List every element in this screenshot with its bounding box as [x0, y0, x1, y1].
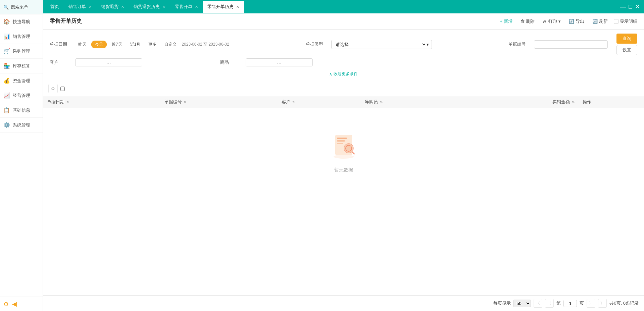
sort-no-icon[interactable]: ⇅ [184, 100, 186, 104]
maximize-button[interactable]: □ [629, 3, 632, 10]
sidebar-item-label: 资金管理 [13, 78, 30, 84]
tab-sales-return-label: 销货退货 [101, 4, 118, 10]
tab-home-label: 首页 [50, 4, 59, 10]
tab-sales-return-history-close[interactable]: ✕ [162, 5, 165, 9]
date-btn-today[interactable]: 今天 [91, 41, 107, 48]
select-all-checkbox[interactable] [60, 87, 65, 91]
minimize-button[interactable]: — [620, 3, 626, 10]
date-btn-custom[interactable]: 自定义 [161, 41, 180, 48]
refresh-icon: 🔄 [592, 19, 598, 24]
date-btn-more[interactable]: 更多 [145, 41, 159, 48]
filter-row-1: 单据日期 昨天 今天 近7天 近1月 更多 自定义 2023-06-02 至 2… [50, 34, 637, 55]
table-section: ⚙ 单据日期 ⇅ 单据编号 ⇅ 客户 [43, 81, 644, 311]
page-title: 零售开单历史 [50, 18, 82, 25]
col-salesperson: 导购员 ⇅ [361, 96, 461, 108]
page-number-input[interactable] [563, 300, 577, 307]
tab-sales-return-close[interactable]: ✕ [121, 5, 124, 9]
close-button[interactable]: ✕ [635, 3, 640, 10]
tab-retail-open-history-close[interactable]: ✕ [236, 5, 239, 9]
sidebar-search[interactable]: 🔍 搜索采单 [0, 0, 43, 14]
refresh-label: 刷新 [599, 18, 608, 24]
display-col-checkbox[interactable] [614, 19, 618, 24]
settings-button[interactable]: 设置 [616, 45, 637, 55]
tab-sales-order-close[interactable]: ✕ [89, 5, 92, 9]
sidebar: 🔍 搜索采单 🏠 快捷导航 📊 销售管理 🛒 采购管理 🏪 库存核算 💰 资金管… [0, 0, 43, 311]
page-label: 第 [556, 300, 561, 306]
collapse-more[interactable]: ∧ 收起更多条件 [50, 70, 637, 77]
settings-gear-icon[interactable]: ⚙ [3, 300, 9, 308]
display-col-label: 显示明细 [620, 18, 637, 24]
sidebar-item-operations[interactable]: 📈 经营管理 [0, 88, 43, 103]
tab-sales-return-history[interactable]: 销货退货历史 ✕ [129, 1, 170, 13]
sort-date-icon[interactable]: ⇅ [66, 100, 69, 104]
sidebar-item-sys-mgmt[interactable]: ⚙️ 系统管理 [0, 118, 43, 133]
tab-sales-order[interactable]: 销售订单 ✕ [64, 1, 96, 13]
last-page-btn[interactable]: 》 [598, 299, 607, 308]
sidebar-item-purchase-mgmt[interactable]: 🛒 采购管理 [0, 44, 43, 59]
tab-sales-return[interactable]: 销货退货 ✕ [96, 1, 129, 13]
sidebar-item-label: 系统管理 [13, 122, 30, 128]
svg-rect-2 [337, 138, 347, 139]
toolbar: + 新增 🗑 删除 🖨 打印 ▾ 🔃 导出 🔄 刷新 显示明细 [498, 17, 637, 26]
sidebar-item-finance[interactable]: 💰 资金管理 [0, 73, 43, 88]
svg-line-7 [352, 152, 354, 154]
sort-salesperson-icon[interactable]: ⇅ [380, 100, 383, 104]
print-dropdown-icon[interactable]: ▾ [558, 19, 561, 24]
refresh-button[interactable]: 🔄 刷新 [590, 17, 610, 26]
bill-no-input[interactable] [534, 40, 608, 49]
sidebar-item-quick-nav[interactable]: 🏠 快捷导航 [0, 14, 43, 29]
print-label: 🖨 打印 [543, 18, 557, 24]
goods-label: 商品 [220, 59, 240, 65]
collapse-sidebar-icon[interactable]: ◀ [12, 300, 17, 308]
tab-retail-open[interactable]: 零售开单 ✕ [170, 1, 203, 13]
search-icon: 🔍 [3, 5, 9, 10]
empty-state: 暂无数据 [43, 108, 644, 193]
per-page-select[interactable]: 50 10 20 100 [513, 300, 531, 307]
empty-icon [327, 128, 360, 162]
col-date: 单据日期 ⇅ [43, 96, 160, 108]
date-filter-label: 单据日期 [50, 41, 70, 47]
sidebar-item-label: 库存核算 [13, 63, 30, 69]
filter-section: 单据日期 昨天 今天 近7天 近1月 更多 自定义 2023-06-02 至 2… [43, 30, 644, 81]
first-page-btn[interactable]: 《 [534, 299, 542, 308]
sort-customer-icon[interactable]: ⇅ [292, 100, 295, 104]
svg-point-0 [334, 155, 354, 159]
query-button[interactable]: 查询 [616, 34, 637, 44]
col-no: 单据编号 ⇅ [160, 96, 278, 108]
sidebar-item-label: 销售管理 [13, 34, 30, 40]
date-btn-yesterday[interactable]: 昨天 [75, 41, 89, 48]
sys-icon: ⚙️ [3, 122, 10, 128]
date-btn-last-month[interactable]: 近1月 [127, 41, 144, 48]
sidebar-search-label: 搜索采单 [11, 4, 28, 10]
export-button[interactable]: 🔃 导出 [567, 17, 586, 26]
svg-rect-3 [337, 140, 345, 142]
tab-retail-open-history-label: 零售开单历史 [207, 4, 234, 10]
bill-type-dropdown[interactable]: 请选择 [334, 42, 427, 47]
add-button[interactable]: + 新增 [498, 17, 514, 26]
goods-input[interactable]: ... [246, 58, 313, 66]
next-page-btn[interactable]: 〉 [587, 299, 595, 308]
add-label: + 新增 [500, 18, 512, 24]
sidebar-item-base-info[interactable]: 📋 基础信息 [0, 103, 43, 118]
customer-input[interactable]: ... [75, 58, 142, 66]
bill-type-select[interactable]: 请选择 ▾ [331, 40, 432, 49]
tab-retail-open-label: 零售开单 [175, 4, 192, 10]
delete-button[interactable]: 🗑 删除 [518, 17, 537, 26]
tab-retail-open-history[interactable]: 零售开单历史 ✕ [203, 1, 244, 13]
print-button[interactable]: 🖨 打印 ▾ [541, 17, 563, 26]
total-info: 共0页, 0条记录 [609, 300, 639, 306]
base-info-icon: 📋 [3, 107, 10, 113]
tab-retail-open-close[interactable]: ✕ [195, 5, 198, 9]
sort-amount-icon[interactable]: ⇅ [572, 100, 575, 104]
export-label: 导出 [576, 18, 584, 24]
col-customer: 客户 ⇅ [278, 96, 361, 108]
table-settings-icon[interactable]: ⚙ [48, 84, 58, 93]
date-btn-last7[interactable]: 近7天 [109, 41, 125, 48]
tab-home[interactable]: 首页 [46, 1, 64, 13]
display-col-toggle[interactable]: 显示明细 [614, 18, 637, 24]
prev-page-btn[interactable]: 〈 [545, 299, 554, 308]
sidebar-item-inventory[interactable]: 🏪 库存核算 [0, 59, 43, 73]
col-action: 操作 [579, 96, 644, 108]
sidebar-item-label: 快捷导航 [13, 19, 30, 25]
sidebar-item-sales-mgmt[interactable]: 📊 销售管理 [0, 29, 43, 44]
